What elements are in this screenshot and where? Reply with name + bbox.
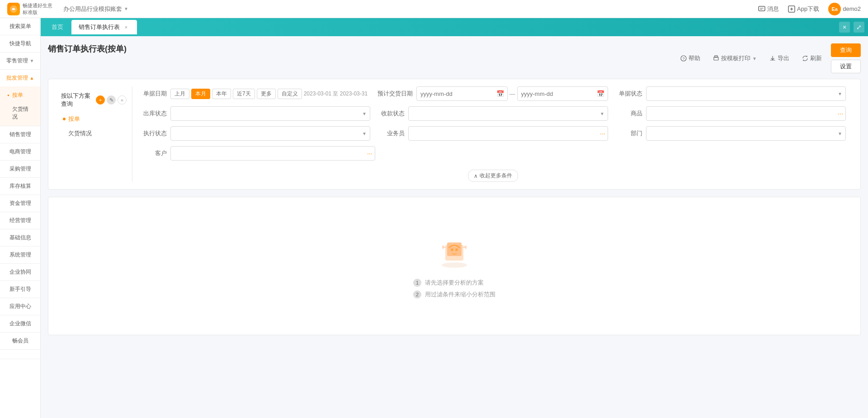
filter-sidebar-actions: + ✎ « <box>96 95 127 104</box>
customer-input[interactable] <box>170 146 375 161</box>
print-dropdown-icon[interactable]: ▼ <box>752 56 757 61</box>
goods-label: 商品 <box>615 109 642 118</box>
sidebar-item-retail[interactable]: 零售管理 ▼ <box>0 52 40 69</box>
sidebar: 搜索菜单 快捷导航 零售管理 ▼ 批发管理 ▲ ● 按单 ● <box>0 18 41 418</box>
tab-home[interactable]: 首页 <box>44 20 71 34</box>
department-select[interactable] <box>646 126 846 141</box>
filter-add-btn[interactable]: + <box>96 95 105 104</box>
filter-sidebar-title: 按以下方案查询 <box>61 92 96 108</box>
expected-date-end[interactable] <box>517 86 609 101</box>
empty-steps: 1 请先选择要分析的方案 2 用过滤条件来缩小分析范围 <box>413 279 495 299</box>
outbound-select[interactable] <box>170 106 370 121</box>
sidebar-item-operations[interactable]: 基础信息 <box>0 229 40 247</box>
retail-expand-icon: ▼ <box>30 58 34 63</box>
sidebar-item-corpwechat[interactable]: 畅会员 <box>0 332 40 350</box>
svg-text:?: ? <box>683 57 685 61</box>
sidebar-item-member[interactable] <box>0 350 40 359</box>
sidebar-item-sales-mgmt[interactable]: 电商管理 <box>0 143 40 161</box>
search-btn[interactable]: 查询 <box>831 43 861 57</box>
date-quick-thismonth[interactable]: 本月 <box>191 89 210 99</box>
collapse-label: 收起更多条件 <box>480 172 512 180</box>
filter-group-execution: 执行状态 ▼ <box>140 126 370 141</box>
sidebar-item-quicknav[interactable]: 快捷导航 <box>0 35 40 52</box>
payment-select[interactable] <box>408 106 608 121</box>
filter-row-4: 客户 ··· <box>140 146 846 161</box>
help-btn[interactable]: ? 帮助 <box>677 52 704 64</box>
filter-scheme-debt[interactable]: 欠货情况 <box>59 126 128 141</box>
header-right: 消息 App下载 Ea demo2 <box>758 3 861 15</box>
filter-collapse-btn[interactable]: « <box>118 95 127 104</box>
collapse-btn[interactable]: ∧ 收起更多条件 <box>468 170 518 182</box>
sidebar-section-wholesale: 批发管理 ▲ ● 按单 ● 欠货情况 <box>0 70 40 126</box>
execution-select[interactable] <box>170 126 370 141</box>
goods-dots-btn[interactable]: ··· <box>838 110 843 117</box>
filter-main: 单据日期 上月 本月 本年 近7天 更多 自定义 2023-03-01 至 20… <box>132 86 853 182</box>
date-quick-lastmonth[interactable]: 上月 <box>170 89 189 99</box>
sidebar-item-system[interactable]: 企业协同 <box>0 264 40 281</box>
page-title: 销售订单执行表(按单) <box>48 43 127 54</box>
sidebar-item-marketing[interactable]: 销售管理 <box>0 126 40 143</box>
sidebar-item-finance[interactable]: 经营管理 <box>0 212 40 229</box>
sidebar-section-retail: 零售管理 ▼ <box>0 52 40 70</box>
expected-date-start-wrapper: 📅 <box>416 86 508 101</box>
filter-group-customer: 客户 ··· <box>140 146 375 161</box>
refresh-btn[interactable]: 刷新 <box>798 52 826 64</box>
tab-bar: 首页 销售订单执行表 × × ⤢ <box>41 18 868 36</box>
sidebar-item-enterprise[interactable]: 新手引导 <box>0 281 40 298</box>
empty-step-1: 1 请先选择要分析的方案 <box>413 279 484 287</box>
filter-group-outbound: 出库状态 ▼ <box>140 106 370 121</box>
step1-text: 请先选择要分析的方案 <box>425 279 484 287</box>
content-area: 首页 销售订单执行表 × × ⤢ 销售订单执行表(按单) ? <box>41 18 868 418</box>
breadcrumb[interactable]: 办公用品行业模拟账套 ▼ <box>63 5 128 13</box>
tab-close-window-btn[interactable]: × <box>839 22 850 33</box>
app-download-btn[interactable]: App下载 <box>788 5 819 13</box>
sidebar-item-appcenter[interactable]: 企业微信 <box>0 315 40 332</box>
goods-input[interactable] <box>646 106 846 121</box>
salesperson-input[interactable] <box>408 126 608 141</box>
sidebar-item-ecommerce[interactable]: 采购管理 <box>0 161 40 178</box>
tab-close-btn[interactable]: × <box>123 24 130 31</box>
salesperson-input-wrapper: ··· <box>408 126 608 141</box>
page-actions: ? 帮助 按模板打印 ▼ <box>677 43 861 73</box>
user-profile[interactable]: Ea demo2 <box>828 3 861 15</box>
sidebar-item-wholesale[interactable]: 批发管理 ▲ <box>0 70 40 86</box>
sidebar-item-search[interactable]: 搜索菜单 <box>0 18 40 35</box>
help-icon: ? <box>680 55 687 62</box>
filter-scheme-invoice[interactable]: 按单 <box>59 112 128 126</box>
sidebar-item-inventory[interactable]: 资金管理 <box>0 195 40 212</box>
date-quick-7days[interactable]: 近7天 <box>233 89 255 99</box>
export-btn[interactable]: 导出 <box>766 52 793 64</box>
tab-expand-btn[interactable]: ⤢ <box>854 22 864 33</box>
department-label: 部门 <box>615 129 642 138</box>
expected-date-start[interactable] <box>416 86 508 101</box>
page-content: 销售订单执行表(按单) ? 帮助 按模板打印 <box>41 36 868 418</box>
tab-sales-order[interactable]: 销售订单执行表 × <box>71 20 137 34</box>
print-icon <box>713 55 719 62</box>
scheme-active-dot <box>63 118 66 120</box>
breadcrumb-text: 办公用品行业模拟账套 <box>63 5 122 13</box>
message-btn[interactable]: 消息 <box>758 5 779 13</box>
status-select[interactable] <box>646 86 846 101</box>
date-quick-thisyear[interactable]: 本年 <box>212 89 231 99</box>
expected-date-label: 预计交货日期 <box>377 90 413 98</box>
filter-group-date: 单据日期 上月 本月 本年 近7天 更多 自定义 2023-03-01 至 20… <box>140 89 370 99</box>
sidebar-item-newbie[interactable]: 应用中心 <box>0 298 40 315</box>
customer-dots-btn[interactable]: ··· <box>367 150 373 157</box>
salesperson-dots-btn[interactable]: ··· <box>600 130 605 137</box>
filter-card-inner: 按以下方案查询 + ✎ « 按单 <box>56 86 853 182</box>
date-quick-custom[interactable]: 自定义 <box>278 89 302 99</box>
sidebar-item-basic[interactable]: 系统管理 <box>0 247 40 264</box>
sidebar-item-invoice[interactable]: ● 按单 <box>0 88 40 102</box>
settings-btn[interactable]: 设置 <box>831 60 861 73</box>
sidebar-item-purchase[interactable]: 库存核算 <box>0 178 40 195</box>
filter-edit-btn[interactable]: ✎ <box>107 95 116 104</box>
svg-point-11 <box>455 248 458 251</box>
date-quick-more[interactable]: 更多 <box>257 89 276 99</box>
sidebar-item-debt[interactable]: ● 欠货情况 <box>0 102 40 124</box>
breadcrumb-expand-icon[interactable]: ▼ <box>124 6 128 11</box>
filter-group-department: 部门 ▼ <box>615 126 846 141</box>
logo-icon <box>7 3 20 15</box>
filter-sidebar-header: 按以下方案查询 + ✎ « <box>56 86 132 112</box>
print-btn[interactable]: 按模板打印 ▼ <box>709 52 760 64</box>
filter-row-1: 单据日期 上月 本月 本年 近7天 更多 自定义 2023-03-01 至 20… <box>140 86 846 101</box>
